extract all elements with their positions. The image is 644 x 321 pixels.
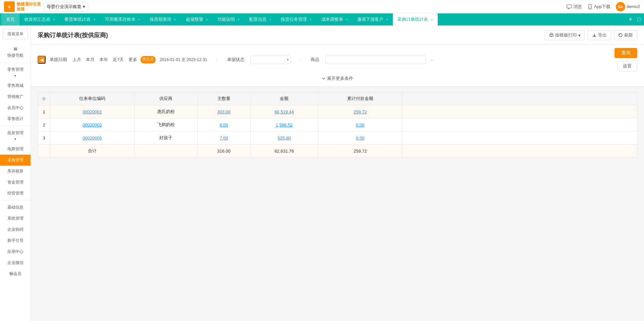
tab-yaohuodantongji[interactable]: 要货单统计表 ×	[60, 13, 100, 25]
tab-shoufahuizong[interactable]: 收发存汇总表 ×	[19, 13, 60, 25]
row-3-amount: 525.80	[250, 131, 318, 145]
nav-maximize-btn[interactable]: □	[635, 16, 643, 23]
tab-close-yaoqingxiayouke[interactable]: ×	[386, 18, 388, 21]
sidebar-item-qiyexietong[interactable]: 企业协同	[0, 224, 31, 235]
row-3-code-link[interactable]: 00020005	[83, 136, 102, 141]
tab-yaoqingxiayouke[interactable]: 邀请下游客户 ×	[353, 13, 393, 25]
row-3-paid-link[interactable]: 0.00	[356, 136, 364, 141]
sidebar-item-jichuxinxi[interactable]: 基础信息	[0, 202, 31, 213]
filter-date-range: 2016-01-01 至 2023-12-31	[160, 57, 207, 63]
export-btn[interactable]: 导出	[588, 30, 611, 40]
sidebar-item-lingshangcheng[interactable]: 零售商城	[0, 80, 31, 91]
sidebar-item-changhyuian[interactable]: 畅会员	[0, 268, 31, 279]
sidebar-item-quicknav[interactable]: 快捷导航	[0, 44, 31, 61]
tab-close-chenbentiaozhen[interactable]: ×	[346, 18, 348, 21]
search-menu-btn[interactable]: 搜索菜单	[3, 29, 28, 39]
sidebar-item-caigouguanli[interactable]: 采购管理	[0, 155, 31, 166]
row-3-qty: 7.00	[197, 131, 250, 145]
filter-separator-1: |	[217, 57, 218, 62]
tab-home[interactable]: 首页	[1, 13, 19, 25]
tab-close-baozhanqixun[interactable]: ×	[174, 18, 176, 21]
goods-input[interactable]	[325, 56, 426, 64]
tab-peizhixinxi[interactable]: 配置信息 ×	[245, 13, 276, 25]
tab-baozhanqixun[interactable]: 保质期查询 ×	[145, 13, 181, 25]
tab-close-keyongliang[interactable]: ×	[138, 18, 140, 21]
app-download-btn[interactable]: App下载	[587, 4, 610, 10]
sidebar-item-qiyeweixin[interactable]: 企业微信	[0, 257, 31, 268]
row-3-supplier: 好孩子	[135, 131, 198, 145]
tab-chenbentiaozhen[interactable]: 成本调整单 ×	[317, 13, 353, 25]
row-2-code-link[interactable]: 00020002	[83, 122, 102, 127]
tab-chaochuyujing[interactable]: 超储预警 ×	[181, 13, 213, 25]
shortcut-last-month[interactable]: 上月	[71, 56, 83, 63]
table-settings-icon[interactable]: ⚙	[42, 96, 46, 101]
row-2-paid-link[interactable]: 0.00	[356, 122, 364, 127]
table-header-supplier: 供应商	[135, 92, 198, 105]
row-2-supplier: 飞鹤奶粉	[135, 118, 198, 131]
sidebar-item-xitongguanli[interactable]: 系统管理	[0, 213, 31, 224]
sidebar-divider-3	[0, 200, 31, 201]
workspace-selector[interactable]: 母婴行业演示账套 ▾	[44, 2, 88, 11]
custom-badge[interactable]: 自定义	[141, 56, 156, 63]
sidebar-item-yingxiaotuguan[interactable]: 营销推广	[0, 91, 31, 102]
tab-close-peizhixinxi[interactable]: ×	[269, 18, 271, 21]
sidebar-item-kuchunhesuan[interactable]: 库存核算	[0, 166, 31, 177]
svg-rect-2	[567, 5, 572, 8]
sidebar-item-jingying[interactable]: 经营管理	[0, 188, 31, 199]
message-icon	[567, 4, 572, 9]
page-title-row: 采购订单统计表(按供应商) 按模板打印 ▾ 导出 刷新	[38, 30, 637, 40]
main-layout: 搜索菜单 快捷导航 零售管理 ▾ 零售商城 营销推广 会员中心 零售统计	[0, 25, 644, 321]
query-btn[interactable]: 查询	[614, 48, 637, 58]
template-print-btn[interactable]: 按模板打印 ▾	[545, 30, 585, 40]
settings-btn[interactable]: 设置	[617, 61, 637, 71]
tab-close-caigoudantongjibiao[interactable]: ×	[431, 18, 433, 21]
tab-paihuorenwu[interactable]: 拣货任务管理 ×	[276, 13, 316, 25]
sidebar-item-lingshoutongji[interactable]: 零售统计	[0, 113, 31, 124]
row-3-qty-link[interactable]: 7.00	[220, 136, 228, 141]
sidebar-divider-2	[0, 126, 31, 126]
row-1-paid-link[interactable]: 259.72	[354, 109, 367, 114]
svg-point-4	[590, 8, 590, 8]
tab-close-yaohuodantongji[interactable]: ×	[93, 18, 95, 21]
tab-close-chaochuyujing[interactable]: ×	[206, 18, 208, 21]
tab-close-gongnengshuo[interactable]: ×	[237, 18, 239, 21]
filter-more-btn[interactable]: ···	[430, 57, 434, 62]
sidebar-item-dianshangguanli[interactable]: 电商管理	[0, 144, 31, 155]
sidebar-item-lingshouguan[interactable]: 零售管理 ▾	[0, 64, 31, 80]
expand-more-btn[interactable]: 展开更多条件	[322, 75, 353, 82]
message-btn[interactable]: 消息	[567, 4, 582, 10]
row-3-num: 3	[38, 131, 50, 145]
nav-close-btn[interactable]: ×	[627, 16, 634, 23]
sidebar-item-huiyuanzhongxin[interactable]: 会员中心	[0, 102, 31, 113]
row-2-qty-link[interactable]: 6.00	[220, 122, 228, 127]
nav-right-controls: × □	[627, 16, 643, 23]
table-footer-row: 合计 316.00 62,631.76 259.72	[38, 145, 637, 158]
chevron-down-icon-pifa: ▾	[14, 137, 16, 141]
shortcut-this-year[interactable]: 本年	[98, 56, 109, 63]
filter-bar: ◀ 单据日期 上月 本月 本年 近7天 更多 自定义 2016-01-01 至 …	[31, 45, 644, 87]
row-1-amount-link[interactable]: 60,519.44	[274, 109, 294, 114]
shortcut-this-month[interactable]: 本月	[85, 56, 96, 63]
row-1-code-link[interactable]: 00020001	[83, 109, 102, 114]
sidebar-item-pifaguanli[interactable]: 批发管理 ▾	[0, 127, 31, 144]
sidebar-item-zijinguanli[interactable]: 资金管理	[0, 177, 31, 188]
row-1-qty-link[interactable]: 303.00	[217, 109, 230, 114]
tab-keyongliang[interactable]: 可用量库存账本 ×	[100, 13, 145, 25]
table-body: 1 00020001 惠氏奶粉 303.00 60,519.44 259.72 …	[38, 105, 637, 145]
row-1-extra	[402, 105, 637, 118]
user-area[interactable]: Ea demo2	[616, 2, 640, 11]
filter-collapse-btn[interactable]: ◀	[38, 56, 46, 64]
row-3-amount-link[interactable]: 525.80	[277, 136, 291, 141]
tab-gongnengshuo[interactable]: 功能说明 ×	[213, 13, 244, 25]
tab-caigoudantongjibiao[interactable]: 采购订单统计表 ×	[393, 13, 437, 25]
tab-close-shoufahuizong[interactable]: ×	[53, 18, 55, 21]
row-2-amount-link[interactable]: 1,586.52	[276, 122, 293, 127]
status-select[interactable]	[251, 56, 291, 64]
tab-close-paihuorenwu[interactable]: ×	[310, 18, 312, 21]
refresh-btn[interactable]: 刷新	[614, 30, 637, 40]
shortcut-7days[interactable]: 近7天	[111, 56, 125, 63]
shortcut-more[interactable]: 更多	[127, 56, 139, 63]
row-2-code: 00020002	[50, 118, 135, 131]
sidebar-item-yingyongzhongxin[interactable]: 应用中心	[0, 246, 31, 257]
sidebar-item-xinshouyindao[interactable]: 新手引导	[0, 235, 31, 246]
